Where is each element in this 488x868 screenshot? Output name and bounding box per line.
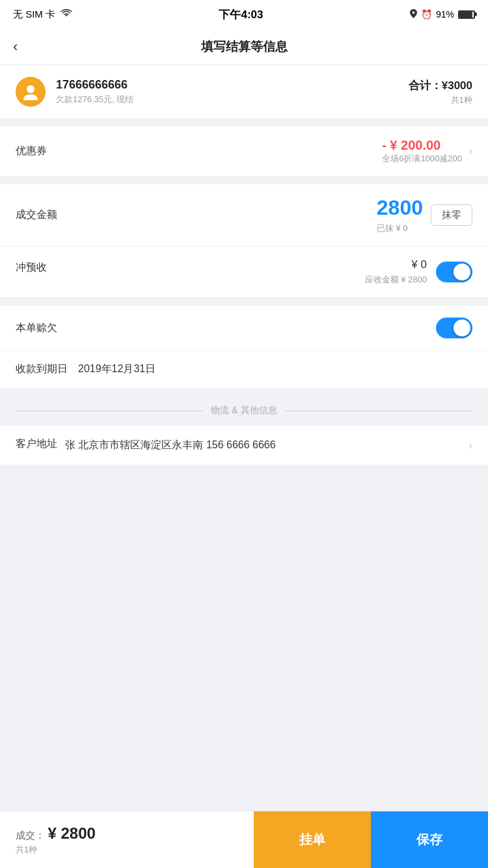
coupon-row[interactable]: 优惠券 - ¥ 200.00 全场6折满1000减200 ›: [0, 126, 488, 176]
coupon-amount: - ¥ 200.00: [382, 138, 462, 153]
bottom-summary: 成交： ¥ 2800 共1种: [0, 824, 254, 856]
due-date: 2019年12月31日: [78, 362, 156, 376]
customer-info: 17666666666 欠款1276.35元, 现结: [56, 78, 133, 105]
coupon-sub: 全场6折满1000减200: [382, 153, 462, 165]
prepay-row: 冲预收 ¥ 0 应收金额 ¥ 2800: [0, 247, 488, 298]
customer-phone: 17666666666: [56, 78, 133, 92]
credit-row: 本单赊欠: [0, 306, 488, 351]
svg-point-2: [23, 94, 38, 100]
credit-toggle-knob: [454, 319, 470, 336]
battery-percent: 91%: [436, 9, 454, 20]
bottom-deal-label: 成交：: [16, 830, 45, 841]
battery-icon: [458, 10, 475, 19]
avatar: [16, 77, 46, 107]
credit-toggle[interactable]: [436, 318, 472, 338]
prepay-label: 冲预收: [16, 258, 47, 275]
coupon-chevron-icon: ›: [468, 144, 472, 158]
address-row[interactable]: 客户地址 张 北京市市辖区海淀区永丰南 156 6666 6666 ›: [0, 426, 488, 465]
alarm-icon: ⏰: [421, 9, 432, 20]
status-left: 无 SIM 卡: [13, 8, 72, 21]
logistics-label: 物流 & 其他信息: [211, 405, 277, 416]
credit-section: 本单赊欠 收款到期日 2019年12月31日: [0, 306, 488, 388]
round-button[interactable]: 抹零: [431, 204, 472, 226]
coupon-label: 优惠券: [16, 144, 47, 158]
customer-left: 17666666666 欠款1276.35元, 现结: [16, 77, 133, 107]
customer-row: 17666666666 欠款1276.35元, 现结 合计：¥3000 共1种: [0, 65, 488, 118]
nav-bar: ‹ 填写结算等信息: [0, 29, 488, 65]
content: 17666666666 欠款1276.35元, 现结 合计：¥3000 共1种 …: [0, 65, 488, 634]
due-label: 收款到期日: [16, 362, 68, 376]
deal-sub: 已抹 ¥ 0: [377, 223, 423, 234]
logistics-divider: 物流 & 其他信息: [0, 396, 488, 426]
deal-right: 2800 已抹 ¥ 0 抹零: [377, 196, 472, 234]
svg-point-1: [27, 85, 34, 93]
divider-right: [285, 411, 472, 411]
svg-point-0: [413, 11, 415, 14]
status-time: 下午4:03: [219, 7, 263, 22]
customer-sub: 欠款1276.35元, 现结: [56, 94, 133, 105]
page-title: 填写结算等信息: [201, 38, 288, 55]
prepay-values: ¥ 0 应收金额 ¥ 2800: [365, 258, 427, 286]
total-amount: 合计：¥3000: [409, 78, 472, 93]
prepay-right: ¥ 0 应收金额 ¥ 2800: [365, 258, 472, 286]
coupon-section: 优惠券 - ¥ 200.00 全场6折满1000减200 ›: [0, 126, 488, 176]
pending-button[interactable]: 挂单: [254, 811, 371, 869]
deal-amount-block: 2800 已抹 ¥ 0: [377, 196, 423, 234]
bottom-count: 共1种: [16, 844, 238, 856]
location-icon: [410, 9, 417, 20]
back-button[interactable]: ‹: [8, 33, 23, 61]
bottom-bar: 成交： ¥ 2800 共1种 挂单 保存: [0, 811, 488, 868]
deal-label: 成交金额: [16, 208, 57, 222]
bottom-deal-amount: ¥ 2800: [47, 824, 95, 842]
status-right: ⏰ 91%: [410, 9, 475, 20]
coupon-values: - ¥ 200.00 全场6折满1000减200: [382, 138, 462, 165]
wifi-icon: [61, 9, 72, 20]
save-button[interactable]: 保存: [371, 811, 488, 869]
bottom-gray: [0, 465, 488, 569]
prepay-toggle[interactable]: [436, 262, 472, 282]
bottom-deal-row: 成交： ¥ 2800: [16, 824, 238, 843]
toggle-knob: [454, 264, 470, 280]
credit-label: 本单赊欠: [16, 321, 57, 335]
address-value: 张 北京市市辖区海淀区永丰南 156 6666 6666: [65, 437, 461, 453]
divider-left: [16, 411, 203, 411]
address-chevron-icon: ›: [468, 437, 472, 452]
sim-status: 无 SIM 卡: [13, 8, 55, 21]
coupon-right: - ¥ 200.00 全场6折满1000减200 ›: [382, 138, 472, 165]
customer-count: 共1种: [409, 94, 472, 106]
customer-right: 合计：¥3000 共1种: [409, 78, 472, 106]
due-row: 收款到期日 2019年12月31日: [0, 351, 488, 388]
address-label: 客户地址: [16, 437, 57, 451]
status-bar: 无 SIM 卡 下午4:03 ⏰ 91%: [0, 0, 488, 29]
deal-amount-row: 成交金额 2800 已抹 ¥ 0 抹零: [0, 184, 488, 247]
prepay-amount: ¥ 0: [365, 258, 427, 271]
deal-section: 成交金额 2800 已抹 ¥ 0 抹零 冲预收 ¥ 0 应收金额 ¥ 2800: [0, 184, 488, 298]
prepay-sub: 应收金额 ¥ 2800: [365, 274, 427, 286]
deal-amount: 2800: [377, 196, 423, 220]
